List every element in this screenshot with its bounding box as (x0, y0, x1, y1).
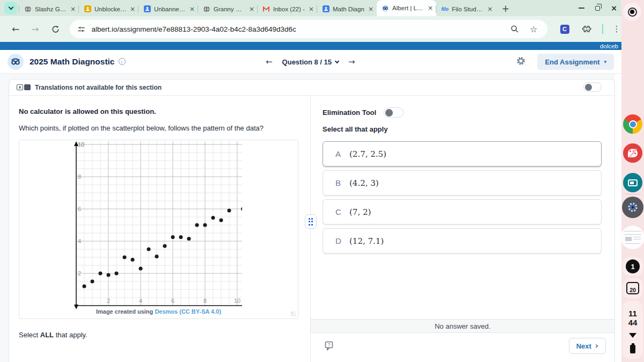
tab-label: Unbanned G (154, 6, 186, 12)
option-letter: D (335, 236, 349, 245)
image-attribution: Image created using Desmos (CC BY-SA 4.0… (19, 308, 298, 315)
site-info-icon[interactable] (77, 25, 85, 33)
translations-bar: A Translations not available for this se… (9, 79, 614, 96)
close-icon[interactable]: × (189, 5, 195, 13)
svg-text:10: 10 (78, 141, 84, 148)
tab-slashz[interactable]: Slashz Githu × (19, 2, 79, 16)
next-question-button[interactable]: → (348, 57, 355, 67)
divider-drag-handle[interactable] (305, 214, 317, 229)
info-icon[interactable]: i (119, 58, 126, 65)
close-icon[interactable]: × (368, 5, 374, 13)
prev-question-button[interactable]: ← (266, 57, 273, 67)
option-value: (4.2, 3) (349, 178, 379, 188)
option-c[interactable]: C (7, 2) (323, 199, 602, 225)
screen-record-icon[interactable] (623, 3, 641, 21)
close-icon[interactable]: × (487, 5, 493, 13)
question-navigation: ← Question 8 / 15 → (266, 50, 355, 74)
tab-label: Inbox (22) - (273, 6, 305, 12)
close-icon[interactable]: × (309, 5, 314, 13)
globe-icon (203, 5, 210, 13)
forward-button[interactable]: → (31, 24, 39, 34)
tab-granny[interactable]: Granny Orig × (198, 2, 258, 16)
nav-down-icon[interactable] (629, 333, 636, 338)
svg-text:8: 8 (203, 298, 207, 304)
license-link[interactable]: (CC BY-SA 4.0) (179, 308, 221, 315)
tab-filo[interactable]: filo Filo Student × (436, 2, 496, 16)
tab-unblocked[interactable]: Unblocked G × (79, 2, 138, 16)
settings-icon[interactable] (622, 197, 643, 218)
answer-status: No answer saved. (311, 319, 614, 333)
svg-text:10: 10 (234, 298, 240, 304)
assignment-page: A Translations not available for this se… (0, 74, 615, 362)
option-value: (7, 2) (349, 207, 371, 217)
svg-text:6: 6 (171, 298, 174, 304)
scatterplot-svg: 24681024681010 (72, 141, 242, 309)
option-b[interactable]: B (4.2, 3) (323, 170, 602, 196)
address-bar[interactable]: albert.io/assignment/e7e88813-2903-4a02-… (70, 20, 547, 38)
translations-toggle[interactable] (583, 82, 602, 92)
reload-button[interactable] (51, 25, 60, 34)
palette-icon[interactable] (623, 143, 642, 163)
option-letter: C (335, 207, 349, 216)
new-tab-button[interactable]: + (499, 3, 512, 14)
gmail-icon (262, 5, 270, 13)
tab-strip: Slashz Githu × Unblocked G × Unbanned G … (0, 0, 621, 16)
svg-text:4: 4 (139, 298, 142, 304)
albert-logo (8, 54, 24, 70)
option-a[interactable]: A (2.7, 2.5) (323, 141, 602, 166)
end-assignment-button[interactable]: End Assignment ▾ (537, 54, 614, 70)
svg-text:2: 2 (107, 298, 110, 304)
restore-button[interactable] (595, 6, 600, 11)
caret-down-icon: ▾ (604, 59, 606, 64)
option-value: (2.7, 2.5) (349, 149, 386, 159)
albert-icon (382, 4, 389, 12)
browser-window: Slashz Githu × Unblocked G × Unbanned G … (0, 0, 621, 362)
screencast-icon[interactable] (623, 173, 642, 192)
option-d[interactable]: D (12, 7.1) (323, 228, 602, 254)
bookmark-star-icon[interactable]: ☆ (530, 24, 537, 34)
tab-label: Unblocked G (94, 6, 127, 12)
back-button[interactable]: ← (12, 24, 19, 34)
tab-inbox[interactable]: Inbox (22) - × (258, 2, 317, 16)
drag-dots-icon (309, 218, 313, 226)
tab-search-button[interactable] (4, 2, 17, 15)
elimination-tool-toggle[interactable] (384, 107, 404, 118)
window-controls: × (579, 0, 617, 16)
answer-column: Elimination Tool Select all that apply A… (311, 96, 614, 362)
close-icon[interactable]: × (130, 5, 135, 13)
zoom-icon[interactable] (510, 25, 519, 33)
close-icon[interactable]: × (70, 5, 76, 13)
close-icon[interactable]: × (249, 5, 254, 13)
minimize-button[interactable] (579, 8, 584, 9)
extension-c-icon[interactable]: C (560, 25, 569, 34)
resize-handle-icon[interactable] (291, 312, 296, 316)
tab-math-diagnostic[interactable]: Math Diagn × (317, 2, 377, 16)
feedback-icon[interactable]: ? (325, 341, 334, 353)
close-window-button[interactable]: × (611, 4, 617, 12)
tab-albert-active[interactable]: Albert | Lear × (377, 0, 436, 16)
calendar-icon[interactable]: 20 (626, 282, 639, 294)
option-value: (12, 7.1) (349, 236, 384, 246)
extensions-puzzle-icon[interactable] (581, 24, 591, 34)
settings-gear-icon[interactable] (516, 56, 525, 68)
question-column: No calculator is allowed on this questio… (9, 96, 310, 362)
screenshot-thumbnail[interactable] (621, 226, 644, 249)
url-text[interactable]: albert.io/assignment/e7e88813-2903-4a02-… (92, 25, 511, 33)
next-button[interactable]: Next › (569, 338, 606, 354)
svg-text:8: 8 (78, 173, 81, 180)
desmos-link[interactable]: Desmos (155, 308, 178, 315)
tab-label: Granny Orig (214, 6, 246, 12)
tab-unbanned[interactable]: Unbanned G × (138, 2, 198, 16)
browser-toolbar: ← → albert.io/assignment/e7e88813-2903-4… (0, 16, 621, 42)
person-icon (84, 5, 91, 13)
notification-badge[interactable]: 1 (626, 259, 640, 273)
chrome-icon[interactable] (623, 114, 642, 134)
question-dropdown[interactable]: Question 8 / 15 (282, 58, 339, 66)
close-icon[interactable]: × (428, 4, 433, 12)
bookmarks-bar-text[interactable]: dolceb (600, 43, 618, 49)
person-icon (322, 5, 330, 13)
browser-menu-icon[interactable]: ⋮ (613, 24, 621, 34)
options-list: A (2.7, 2.5) B (4.2, 3) C (7, 2) D (323, 137, 602, 254)
bookmarks-bar: dolceb (0, 42, 621, 50)
scatterplot-figure: 24681024681010 Image created using Desmo… (19, 140, 298, 319)
